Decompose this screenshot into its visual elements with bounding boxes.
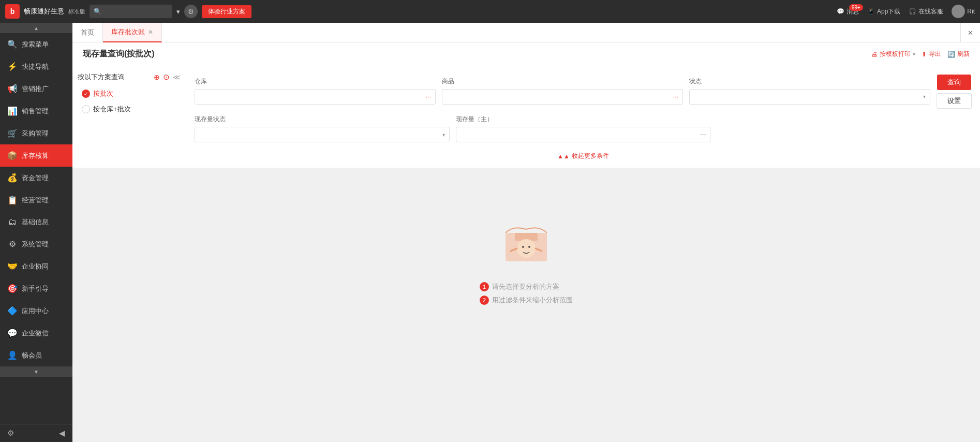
inventory-status-field: 现存量状态 ▾ (195, 115, 450, 142)
search-box[interactable]: 🔍 (90, 5, 172, 18)
warehouse-label: 仓库 (195, 77, 436, 86)
tab-home-label: 首页 (81, 28, 94, 37)
collapse-row[interactable]: ▲▲ 收起更多条件 (195, 149, 972, 161)
sidebar-item-newuser[interactable]: 🎯 新手引导 (0, 277, 72, 300)
warehouse-input[interactable]: ··· (195, 89, 436, 105)
sidebar-item-label: 系统管理 (22, 240, 49, 249)
collapse-up-icon: ▲▲ (557, 153, 570, 160)
sidebar-scroll-up[interactable]: ▲ (0, 23, 72, 33)
sidebar-item-purchase[interactable]: 🛒 采购管理 (0, 122, 72, 144)
marketing-icon: 📢 (7, 84, 18, 94)
sidebar-collapse-icon[interactable]: ◀ (59, 429, 65, 438)
online-service-label: 在线客服 (918, 7, 943, 16)
brand-info: 畅康通好生意 标准版 (24, 7, 85, 16)
scheme-add-icon[interactable]: ⊕ (154, 73, 160, 81)
export-label: 导出 (929, 50, 941, 58)
sidebar-item-operation[interactable]: 📋 经营管理 (0, 189, 72, 211)
status-input[interactable]: ▾ (689, 89, 930, 105)
filter-actions: 查询 设置 (937, 72, 972, 109)
trial-button[interactable]: 体验行业方案 (202, 5, 251, 18)
tab-inventory-batch[interactable]: 库存批次账 ✕ (103, 23, 162, 42)
export-button[interactable]: ⬆ 导出 (922, 50, 941, 58)
sidebar-item-apps[interactable]: 🔷 应用中心 (0, 300, 72, 322)
message-icon: 💬 (837, 8, 844, 15)
sidebar-item-label: 库存核算 (22, 151, 49, 160)
inventory-qty-label: 现存量（主） (456, 115, 711, 124)
scheme-collapse-icon[interactable]: ≪ (173, 73, 181, 81)
app-download-label: App下载 (877, 7, 900, 16)
settings-icon[interactable]: ⚙ (184, 5, 198, 18)
member-icon: 👤 (7, 350, 18, 360)
username-label: Rit (967, 8, 975, 15)
print-button[interactable]: 🖨 按模板打印 ▾ (871, 50, 915, 58)
operation-icon: 📋 (7, 195, 18, 205)
sidebar-settings-icon[interactable]: ⚙ (7, 429, 14, 438)
warehouse-field: 仓库 ··· (195, 77, 436, 105)
messages-item[interactable]: 💬 消息 99+ (837, 7, 859, 16)
svg-point-3 (522, 246, 524, 248)
dropdown-arrow[interactable]: ▾ (176, 8, 180, 16)
avatar (952, 5, 965, 18)
content-area: 首页 库存批次账 ✕ ✕ 现存量查询(按批次) 🖨 按模板打印 ▾ (72, 23, 980, 442)
purchase-icon: 🛒 (7, 128, 18, 138)
product-input[interactable]: ··· (442, 89, 683, 105)
user-item[interactable]: Rit (952, 5, 975, 18)
product-field: 商品 ··· (442, 77, 683, 105)
close-icon: ✕ (968, 29, 973, 37)
status-label: 状态 (689, 77, 930, 86)
sidebar-item-label: 畅会员 (22, 351, 42, 360)
scheme-item-batch[interactable]: ✓ 按批次 (78, 86, 181, 101)
sidebar-item-label: 新手引导 (22, 284, 49, 293)
refresh-button[interactable]: 🔄 刷新 (947, 50, 970, 58)
online-service-item[interactable]: 🎧 在线客服 (909, 7, 943, 16)
inventory-status-arrow-icon: ▾ (442, 132, 445, 138)
sidebar-item-system[interactable]: ⚙ 系统管理 (0, 233, 72, 255)
sidebar-item-label: 经营管理 (22, 196, 49, 205)
sidebar-item-finance[interactable]: 💰 资金管理 (0, 167, 72, 189)
wechat-icon: 💬 (7, 328, 18, 338)
empty-tip-1: 1 请先选择要分析的方案 (480, 282, 573, 291)
sidebar-item-marketing[interactable]: 📢 营销推广 (0, 78, 72, 100)
finance-icon: 💰 (7, 173, 18, 183)
scheme-settings-icon[interactable]: ⊙ (163, 72, 170, 82)
sidebar-item-sales[interactable]: 📊 销售管理 (0, 100, 72, 122)
sidebar-item-member[interactable]: 👤 畅会员 (0, 344, 72, 366)
sidebar-item-search[interactable]: 🔍 搜索菜单 (0, 33, 72, 55)
sidebar-item-label: 快捷导航 (22, 62, 49, 71)
page-header: 现存量查询(按批次) 🖨 按模板打印 ▾ ⬆ 导出 🔄 刷新 (72, 42, 980, 66)
filter-row-2: 现存量状态 ▾ 现存量（主） — (195, 115, 972, 142)
tab-home[interactable]: 首页 (72, 23, 103, 42)
inventory-qty-input[interactable]: — (456, 127, 711, 142)
tip-1-num: 1 (480, 282, 489, 291)
sidebar-scroll-down[interactable]: ▼ (0, 366, 72, 377)
inventory-status-label: 现存量状态 (195, 115, 450, 124)
scheme-batch-label: 按批次 (93, 89, 113, 98)
query-button[interactable]: 查询 (937, 75, 971, 90)
scheme-warehouse-batch-label: 按仓库+批次 (93, 105, 131, 114)
inventory-status-input[interactable]: ▾ (195, 127, 450, 142)
sidebar-item-wechat[interactable]: 💬 企业微信 (0, 322, 72, 344)
tab-close-icon[interactable]: ✕ (148, 28, 153, 36)
sidebar-item-label: 企业协同 (22, 262, 49, 271)
settings-button[interactable]: 设置 (937, 93, 972, 109)
app-download-item[interactable]: 📱 App下载 (867, 7, 900, 16)
sidebar-item-enterprise[interactable]: 🤝 企业协同 (0, 255, 72, 277)
inventory-icon: 📦 (7, 151, 18, 160)
tabbar-close-button[interactable]: ✕ (960, 23, 980, 42)
warehouse-dots-icon: ··· (426, 93, 431, 100)
sidebar-item-label: 采购管理 (22, 129, 49, 138)
sidebar-item-label: 营销推广 (22, 84, 49, 94)
svg-point-2 (517, 239, 536, 258)
messages-badge: 99+ (849, 4, 863, 11)
sidebar-item-basic[interactable]: 🗂 基础信息 (0, 211, 72, 233)
sidebar-item-label: 销售管理 (22, 107, 49, 116)
filter-row-1: 仓库 ··· 商品 ··· (195, 72, 972, 109)
app-logo: b (5, 4, 20, 19)
brand-name: 畅康通好生意 (24, 7, 64, 15)
topbar: b 畅康通好生意 标准版 🔍 ▾ ⚙ 体验行业方案 💬 消息 99+ 📱 App… (0, 0, 980, 23)
sidebar-item-quicknav[interactable]: ⚡ 快捷导航 (0, 55, 72, 78)
sidebar-item-inventory[interactable]: 📦 库存核算 (0, 144, 72, 167)
sidebar-item-label: 企业微信 (22, 329, 49, 338)
scheme-item-warehouse-batch[interactable]: 按仓库+批次 (78, 101, 181, 117)
sidebar-item-label: 资金管理 (22, 173, 49, 183)
